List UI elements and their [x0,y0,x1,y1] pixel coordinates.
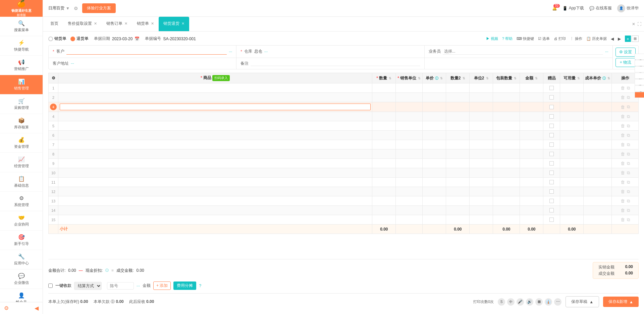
warehouse-select-icon[interactable]: ··· [264,49,268,54]
row-unit2-cell[interactable] [470,206,493,215]
row-qty2-cell[interactable] [446,196,470,206]
row-available-cell[interactable] [560,121,584,131]
gift-checkbox[interactable] [549,133,554,137]
help-btn[interactable]: ? 帮助 [502,36,513,41]
row-cost-cell[interactable] [584,159,612,168]
operations-btn[interactable]: ⋮ 操作 [570,36,582,41]
shortcut-btn[interactable]: ⌨ 快捷键 [517,36,534,41]
row-quantity-cell[interactable] [372,131,396,140]
rfb-wei[interactable]: 位 [635,66,644,72]
gift-checkbox[interactable] [549,199,554,203]
icon-mic[interactable]: 🎤 [517,298,524,306]
row-cost-cell[interactable] [584,187,612,196]
row-product-cell[interactable] [58,206,372,215]
row-cost-cell[interactable] [584,178,612,187]
row-product-cell[interactable] [58,83,372,93]
print-btn[interactable]: 🖨 打印 [554,36,566,41]
row-qty2-cell[interactable] [446,215,470,225]
row-product-cell[interactable] [58,131,372,140]
row-product-cell[interactable] [58,215,372,225]
next-record-icon[interactable]: ▶ [618,37,621,41]
customer-select-icon[interactable]: ··· [229,49,232,54]
note-input[interactable] [251,61,420,66]
row-cost-cell[interactable] [584,140,612,149]
row-sales-unit-cell[interactable] [396,187,423,196]
row-sales-unit-cell[interactable] [396,140,423,149]
radio-return-bill[interactable]: 退货单 [70,36,89,42]
row-sales-unit-cell[interactable] [396,178,423,187]
row-amount-cell[interactable] [520,196,543,206]
row-cost-cell[interactable] [584,168,612,178]
tab-price-settings[interactable]: 售价提取设置 ✕ [63,17,102,31]
copy-row-icon[interactable]: ⧉ [627,95,630,100]
row-unit2-cell[interactable] [470,93,493,102]
notification-bell[interactable]: 🔔 70 [552,6,557,11]
row-product-cell[interactable] [58,149,372,159]
tab-home[interactable]: 首页 [46,17,63,31]
sidebar-item-sales[interactable]: 📊 销售管理 [0,75,43,95]
row-amount-cell[interactable] [520,83,543,93]
sidebar-item-purchase[interactable]: 🛒 采购管理 [0,95,43,114]
row-unit-price-cell[interactable] [423,168,446,178]
copy-row-icon[interactable]: ⧉ [627,189,630,194]
one-click-payment-checkbox[interactable] [48,284,53,288]
row-gift-cell[interactable] [543,102,560,112]
calendar-icon[interactable]: 📅 [135,37,140,41]
row-quantity-cell[interactable] [372,149,396,159]
row-available-cell[interactable] [560,102,584,112]
row-gift-cell[interactable] [543,206,560,215]
row-product-cell[interactable] [58,140,372,149]
row-available-cell[interactable] [560,83,584,93]
row-product-cell[interactable] [58,102,372,112]
row-product-cell[interactable] [58,168,372,178]
row-available-cell[interactable] [560,159,584,168]
save-draft-button[interactable]: 保存草稿 ▲ [566,296,599,307]
row-unit-price-cell[interactable] [423,112,446,121]
row-amount-cell[interactable] [520,206,543,215]
copy-row-icon[interactable]: ⧉ [627,123,630,129]
row-qty2-cell[interactable] [446,112,470,121]
delete-row-icon[interactable]: 🗑 [621,189,625,194]
add-button[interactable]: + 添加 [153,281,171,290]
row-gift-cell[interactable] [543,168,560,178]
row-pack-qty-cell[interactable] [493,140,520,149]
row-unit-price-cell[interactable] [423,206,446,215]
copy-row-icon[interactable]: ⧉ [627,217,630,223]
row-sales-unit-cell[interactable] [396,93,423,102]
prev-record-icon[interactable]: ◀ [611,37,614,41]
row-quantity-cell[interactable] [372,196,396,206]
product-input[interactable] [60,104,371,110]
gift-checkbox[interactable] [549,208,554,212]
calc-method-select[interactable]: 结算方式 [74,282,102,290]
row-quantity-cell[interactable] [372,215,396,225]
sidebar-item-search[interactable]: 🔍 搜索菜单 [0,17,43,36]
row-amount-cell[interactable] [520,112,543,121]
row-product-cell[interactable] [58,178,372,187]
row-quantity-cell[interactable] [372,168,396,178]
sidebar-item-inventory[interactable]: 📦 库存核算 [0,114,43,133]
settings-side-btn[interactable]: ⚙ 设置 [615,48,636,57]
gift-checkbox[interactable] [549,189,554,194]
sidebar-item-wechat[interactable]: 💬 企业微信 [0,269,43,289]
delete-row-icon[interactable]: 🗑 [621,161,625,166]
salesperson-select-icon[interactable]: ··· [605,49,608,54]
row-quantity-cell[interactable] [372,93,396,102]
row-available-cell[interactable] [560,149,584,159]
row-amount-cell[interactable] [520,159,543,168]
row-unit2-cell[interactable] [470,140,493,149]
row-available-cell[interactable] [560,112,584,121]
tab-sales-return[interactable]: 销货退货 ✕ [159,17,189,31]
row-available-cell[interactable] [560,187,584,196]
row-pack-qty-cell[interactable] [493,159,520,168]
row-unit2-cell[interactable] [470,196,493,206]
row-amount-cell[interactable] [520,178,543,187]
row-pack-qty-cell[interactable] [493,178,520,187]
row-cost-cell[interactable] [584,196,612,206]
row-unit-price-cell[interactable] [423,102,446,112]
collapse-icon[interactable]: ◀ [35,305,39,311]
row-unit2-cell[interactable] [470,83,493,93]
gift-checkbox[interactable] [549,95,554,100]
row-unit-price-cell[interactable] [423,140,446,149]
row-sales-unit-cell[interactable] [396,215,423,225]
row-unit2-cell[interactable] [470,215,493,225]
